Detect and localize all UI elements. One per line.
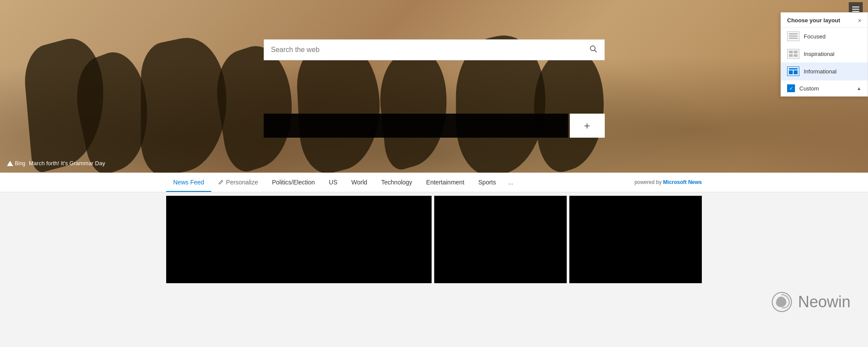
search-icon [589, 45, 597, 53]
layout-option-focused[interactable]: Focused [781, 28, 868, 45]
neowin-logo: Neowin [771, 291, 851, 313]
nav-item-world[interactable]: World [344, 174, 374, 192]
hamburger-line [852, 9, 859, 10]
layout-option-inspirational[interactable]: Inspirational [781, 45, 868, 62]
layout-panel: Choose your layout × Focused Inspiration… [781, 12, 868, 97]
panel-title: Choose your layout [787, 17, 840, 24]
bing-icon [7, 161, 13, 166]
layout-option-informational[interactable]: Informational [781, 62, 868, 80]
content-tile [264, 114, 568, 138]
hero-section: + Bing March forth! It's Grammar Day [0, 0, 868, 173]
neowin-icon [771, 291, 793, 313]
hero-caption: March forth! It's Grammar Day [29, 160, 105, 167]
nav-item-sports[interactable]: Sports [471, 174, 503, 192]
focused-label: Focused [804, 33, 826, 40]
nav-item-personalize[interactable]: Personalize [211, 174, 265, 192]
sports-label: Sports [478, 179, 496, 186]
custom-left: ✓ Custom [787, 84, 819, 92]
nav-more-button[interactable]: ... [503, 175, 519, 189]
bing-label: Bing [15, 160, 25, 167]
news-card-tertiary[interactable] [569, 196, 702, 283]
news-section: News Feed Personalize Politics/Election … [0, 173, 868, 322]
informational-label: Informational [804, 68, 837, 75]
bing-badge: Bing March forth! It's Grammar Day [7, 160, 105, 167]
nav-items: News Feed Personalize Politics/Election … [166, 174, 702, 191]
us-label: US [329, 179, 337, 186]
panel-close-button[interactable]: × [858, 17, 861, 24]
world-label: World [351, 179, 367, 186]
plus-icon: + [584, 120, 590, 132]
focused-layout-icon [787, 31, 799, 41]
svg-line-1 [594, 50, 596, 52]
inspirational-label: Inspirational [804, 51, 834, 57]
pencil-icon [218, 180, 223, 185]
news-cards [0, 192, 868, 287]
search-bar [264, 39, 605, 60]
informational-layout-icon [787, 66, 799, 76]
tiles-container: + [264, 114, 605, 138]
politics-label: Politics/Election [272, 179, 315, 186]
checkmark-icon: ✓ [787, 84, 795, 92]
search-input[interactable] [271, 46, 589, 54]
nav-item-politics[interactable]: Politics/Election [265, 174, 322, 192]
news-feed-label: News Feed [173, 179, 204, 186]
inspirational-layout-icon [787, 49, 799, 59]
hamburger-line [852, 7, 859, 7]
news-navigation: News Feed Personalize Politics/Election … [0, 173, 868, 192]
nav-item-entertainment[interactable]: Entertainment [419, 174, 471, 192]
chevron-up-icon: ▲ [857, 86, 861, 91]
nav-item-technology[interactable]: Technology [374, 174, 419, 192]
custom-label: Custom [799, 85, 819, 92]
powered-by: powered by Microsoft News [634, 179, 702, 185]
search-button[interactable] [589, 45, 597, 55]
bing-logo: Bing [7, 160, 25, 167]
search-container [264, 39, 605, 60]
powered-by-text: powered by [634, 179, 662, 185]
hamburger-line [852, 11, 859, 12]
news-card-featured[interactable] [166, 196, 432, 283]
nav-item-news-feed[interactable]: News Feed [166, 174, 211, 192]
layout-option-custom[interactable]: ✓ Custom ▲ [781, 80, 868, 96]
neowin-text: Neowin [798, 293, 851, 311]
panel-header: Choose your layout × [781, 13, 868, 28]
personalize-label: Personalize [226, 179, 258, 186]
entertainment-label: Entertainment [426, 179, 464, 186]
nav-item-us[interactable]: US [322, 174, 344, 192]
add-tile-button[interactable]: + [570, 114, 605, 138]
news-card-secondary[interactable] [434, 196, 567, 283]
neowin-badge: Neowin [771, 291, 851, 313]
ms-news-link[interactable]: Microsoft News [663, 179, 702, 185]
technology-label: Technology [381, 179, 412, 186]
